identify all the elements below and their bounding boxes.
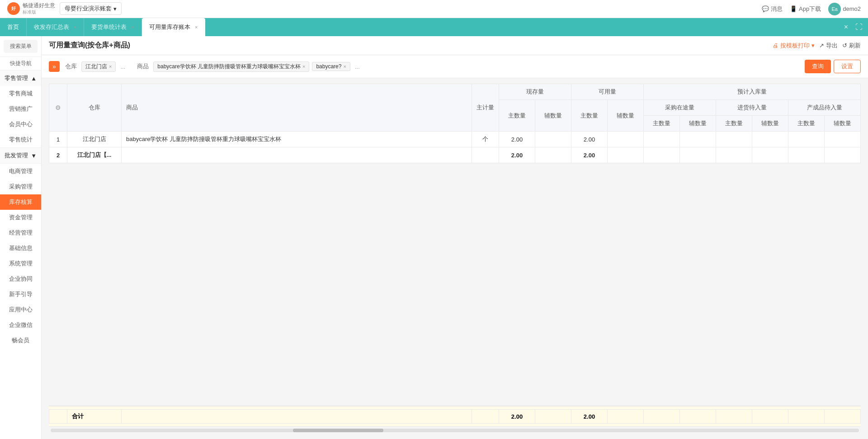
- refresh-label: 刷新: [849, 42, 861, 50]
- print-btn[interactable]: 🖨 按模板打印 ▾: [773, 42, 815, 50]
- filter-actions: 查询 设置: [805, 60, 861, 73]
- scrollbar-thumb[interactable]: [293, 429, 383, 432]
- sidebar-search-btn[interactable]: 搜索菜单: [4, 40, 38, 53]
- scrollbar-track[interactable]: [51, 429, 859, 432]
- sidebar-item-member[interactable]: 会员中心: [0, 117, 41, 132]
- scrollbar-area[interactable]: [49, 426, 861, 434]
- table-header-row-1: ⚙ 仓库 商品 主计量 现存量 可用量 预计入库量: [49, 84, 861, 100]
- th-warehouse: 仓库: [67, 84, 122, 132]
- sidebar-item-appcenter[interactable]: 应用中心: [0, 302, 41, 317]
- tab-receivable-close[interactable]: ×: [74, 24, 76, 30]
- tab-order-stat-close[interactable]: ×: [131, 24, 134, 30]
- cell-cur-main-2: 2.00: [499, 147, 535, 163]
- message-label: 消息: [771, 5, 783, 13]
- logo-icon: 好: [7, 2, 20, 15]
- tab-available-stock[interactable]: 可用量库存账本 ×: [142, 18, 205, 36]
- footer-pt-main: [644, 410, 680, 424]
- logo-text: 畅捷通好生意: [23, 2, 55, 9]
- sidebar-item-finance[interactable]: 资金管理: [0, 210, 41, 225]
- sidebar-item-newguide[interactable]: 新手引导: [0, 287, 41, 302]
- footer-table: 合计 2.00 2.00: [49, 409, 861, 424]
- logo-area: 好 畅捷通好生意 标准版: [7, 2, 55, 15]
- tab-close-all-btn[interactable]: ×: [842, 21, 850, 33]
- tab-home-label: 首页: [7, 23, 19, 31]
- export-icon: ↗: [819, 42, 824, 49]
- th-inbound-pending: 进货待入量: [716, 100, 788, 116]
- tab-available-stock-close[interactable]: ×: [195, 24, 198, 30]
- th-finished-pending: 产成品待入量: [788, 100, 861, 116]
- export-btn[interactable]: ↗ 导出: [819, 42, 838, 50]
- sidebar-item-system[interactable]: 系统管理: [0, 256, 41, 271]
- product-ellipsis[interactable]: ...: [355, 63, 360, 70]
- industry-selector[interactable]: 母婴行业演示账套 ▾: [60, 2, 122, 15]
- tab-fullscreen-btn[interactable]: ⛶: [854, 21, 864, 33]
- cell-pt-main-1: [644, 132, 680, 147]
- refresh-btn[interactable]: ↺ 刷新: [842, 42, 861, 50]
- product-filter-label: 商品: [137, 62, 149, 71]
- th-ip-main: 主数量: [716, 116, 752, 132]
- cell-cur-aux-2: [535, 147, 571, 163]
- th-current-aux: 辅数量: [535, 100, 571, 132]
- tab-home[interactable]: 首页: [0, 18, 27, 36]
- warehouse-tag-remove-icon[interactable]: ×: [109, 64, 112, 69]
- cell-pt-aux-1: [680, 132, 716, 147]
- cell-warehouse-1: 江北门店: [67, 132, 122, 147]
- logo-sub: 标准版: [23, 9, 55, 15]
- sidebar-item-purchase[interactable]: 采购管理: [0, 179, 41, 194]
- table-scroll[interactable]: ⚙ 仓库 商品 主计量 现存量 可用量 预计入库量 主数量 辅数量: [49, 84, 861, 406]
- cell-warehouse-2: 江北门店【...: [67, 147, 122, 163]
- filter-row: 仓库 江北门店 × ... 商品 babycare学饮杯 儿童防摔防撞吸管杯重力…: [65, 61, 799, 72]
- query-btn[interactable]: 查询: [805, 60, 831, 73]
- sidebar-item-marketing[interactable]: 营销推广: [0, 101, 41, 117]
- sidebar-search-area: 搜索菜单: [0, 36, 41, 57]
- product-tag-1-remove-icon[interactable]: ×: [343, 64, 346, 69]
- cell-ip-main-2: [716, 147, 752, 163]
- th-main-unit: 主计量: [472, 84, 499, 132]
- warehouse-tags: 江北门店 ×: [81, 61, 116, 72]
- sidebar-item-operation[interactable]: 经营管理: [0, 225, 41, 241]
- footer-cell-seq: [49, 410, 67, 424]
- industry-label: 母婴行业演示账套: [65, 5, 112, 13]
- th-product: 商品: [122, 84, 472, 132]
- cell-fp-main-2: [788, 147, 825, 163]
- settings-btn[interactable]: 设置: [834, 60, 861, 73]
- main-layout: 搜索菜单 快捷导航 零售管理 ▲ 零售商城 营销推广 会员中心 零售统计 批发管…: [0, 36, 868, 439]
- sidebar-item-retail-stat[interactable]: 零售统计: [0, 132, 41, 147]
- filter-expand-btn[interactable]: »: [49, 61, 60, 72]
- tabbar-actions: × ⛶: [842, 18, 868, 36]
- app-download-btn[interactable]: 📱 App下载: [790, 5, 821, 13]
- cell-cur-aux-1: [535, 132, 571, 147]
- sidebar-item-retail-shop[interactable]: 零售商城: [0, 86, 41, 101]
- tab-order-stat[interactable]: 要货单统计表 ×: [84, 18, 142, 36]
- table-body: 1 江北门店 babycare学饮杯 儿童防摔防撞吸管杯重力球吸嘴杯宝宝水杯 个…: [49, 132, 861, 163]
- sidebar-item-wechat[interactable]: 企业微信: [0, 317, 41, 333]
- table-area: ⚙ 仓库 商品 主计量 现存量 可用量 预计入库量 主数量 辅数量: [42, 78, 868, 439]
- table-footer: 合计 2.00 2.00: [49, 406, 861, 426]
- sidebar-item-ecommerce[interactable]: 电商管理: [0, 164, 41, 179]
- th-planned-inbound: 预计入库量: [644, 84, 861, 100]
- tab-receivable[interactable]: 收发存汇总表 ×: [27, 18, 84, 36]
- refresh-icon: ↺: [842, 42, 847, 49]
- cell-cur-main-1: 2.00: [499, 132, 535, 147]
- footer-row: 合计 2.00 2.00: [49, 410, 861, 424]
- sidebar-group-wholesale-title[interactable]: 批发管理 ▼: [0, 148, 41, 163]
- product-tag-0-remove-icon[interactable]: ×: [302, 64, 305, 69]
- th-gear: ⚙: [49, 84, 67, 132]
- sidebar-quick-nav[interactable]: 快捷导航: [0, 57, 41, 71]
- sidebar-group-retail: 零售管理 ▲ 零售商城 营销推广 会员中心 零售统计: [0, 71, 41, 148]
- th-fp-aux: 辅数量: [825, 116, 861, 132]
- sidebar-item-member2[interactable]: 畅会员: [0, 333, 41, 348]
- th-pt-aux: 辅数量: [680, 116, 716, 132]
- sidebar-item-inventory[interactable]: 库存核算: [0, 194, 41, 210]
- sidebar-group-wholesale: 批发管理 ▼: [0, 148, 41, 164]
- message-btn[interactable]: 💬 消息: [762, 5, 783, 13]
- sidebar-item-enterprise[interactable]: 企业协同: [0, 271, 41, 287]
- sidebar-item-basic[interactable]: 基础信息: [0, 241, 41, 256]
- app-download-label: App下载: [799, 5, 821, 13]
- avatar: Ea: [828, 3, 841, 15]
- cell-pt-aux-2: [680, 147, 716, 163]
- message-icon: 💬: [762, 5, 769, 12]
- user-area[interactable]: Ea demo2: [828, 3, 861, 15]
- sidebar-group-retail-title[interactable]: 零售管理 ▲: [0, 71, 41, 86]
- warehouse-ellipsis[interactable]: ...: [120, 63, 125, 70]
